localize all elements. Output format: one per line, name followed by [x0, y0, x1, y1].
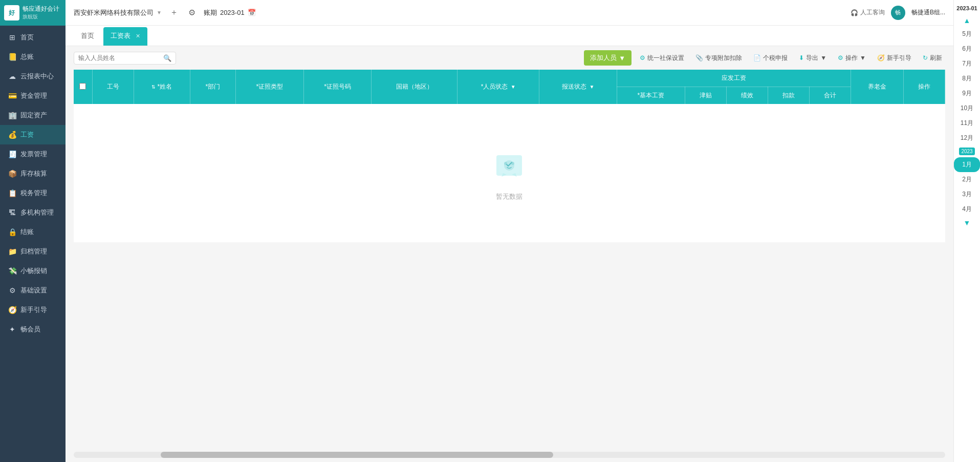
settings-button[interactable]: ⚙: [186, 6, 198, 19]
tax-icon: 📋: [8, 189, 16, 197]
guide-icon: 🧭: [8, 306, 16, 314]
tab-bar: 首页 工资表 ✕: [66, 26, 953, 46]
month-2022-07[interactable]: 7月: [954, 56, 980, 71]
person-status-filter-icon[interactable]: ▼: [511, 84, 516, 90]
user-name: 畅捷通B组...: [911, 8, 945, 17]
th-id-type: *证照类型: [236, 70, 304, 104]
invoice-icon: 🧾: [8, 150, 16, 158]
expense-icon: 💸: [8, 267, 16, 275]
empty-icon: [489, 145, 530, 186]
table-wrapper: 工号 ⇅ *姓名 *部门 *证照类型 *证照号码: [66, 70, 953, 452]
archive-icon: 📁: [8, 247, 16, 256]
period-calendar-icon[interactable]: 📅: [248, 9, 256, 16]
th-employee-no: 工号: [92, 70, 134, 104]
cloud-icon: ☁: [8, 72, 16, 80]
sidebar-logo: 好 畅应通好会计 旗舰版: [0, 0, 66, 26]
sidebar-item-multi-org[interactable]: 🏗 多机构管理: [0, 203, 66, 222]
month-2022-11[interactable]: 11月: [954, 116, 980, 131]
service-button[interactable]: 🎧 人工客询: [851, 8, 885, 17]
add-company-button[interactable]: ＋: [168, 5, 180, 20]
tab-home[interactable]: 首页: [74, 27, 101, 46]
select-all-checkbox[interactable]: [79, 83, 86, 90]
table-header-row1: 工号 ⇅ *姓名 *部门 *证照类型 *证照号码: [74, 70, 945, 87]
sidebar-item-tax[interactable]: 📋 税务管理: [0, 183, 66, 203]
month-2023-01[interactable]: 1月: [954, 157, 980, 172]
th-id-number: *证照号码: [303, 70, 372, 104]
sidebar-item-guide[interactable]: 🧭 新手引导: [0, 300, 66, 320]
social-security-button[interactable]: ⚙ 统一社保设置: [637, 52, 687, 65]
refresh-button[interactable]: ↻ 刷新: [920, 52, 945, 65]
th-pension: 养老金: [851, 70, 904, 104]
special-deduction-button[interactable]: 📎 专项附加扣除: [692, 52, 745, 65]
company-name: 西安虾米网络科技有限公司: [74, 8, 154, 17]
new-guide-icon: 🧭: [877, 54, 885, 61]
month-2022-12[interactable]: 12月: [954, 131, 980, 145]
personal-tax-button[interactable]: 📄 个税申报: [750, 52, 791, 65]
th-operations: 操作: [903, 70, 945, 104]
th-department: *部门: [190, 70, 236, 104]
search-wrapper: 🔍: [74, 52, 176, 65]
th-report-status: 报送状态 ▼: [539, 70, 617, 104]
month-2022-09[interactable]: 9月: [954, 86, 980, 101]
headset-icon: 🎧: [851, 9, 858, 16]
sidebar-item-close-accounts[interactable]: 🔒 结账: [0, 222, 66, 242]
tab-salary-table[interactable]: 工资表 ✕: [103, 27, 147, 46]
home-icon: ⊞: [8, 33, 16, 41]
sidebar-item-cloud-report[interactable]: ☁ 云报表中心: [0, 67, 66, 86]
th-allowance: 津贴: [685, 87, 726, 104]
sidebar-item-home[interactable]: ⊞ 首页: [0, 28, 66, 47]
sidebar-item-member[interactable]: ✦ 畅会员: [0, 320, 66, 339]
operations-button[interactable]: ⚙ 操作 ▼: [835, 52, 869, 65]
scrollbar-thumb: [161, 452, 553, 458]
th-deduction: 扣款: [768, 87, 809, 104]
special-deduction-icon: 📎: [695, 54, 703, 61]
user-avatar[interactable]: 畅: [891, 6, 905, 20]
period-value: 2023-01: [220, 9, 245, 16]
new-guide-button[interactable]: 🧭 新手引导: [874, 52, 914, 65]
month-2023-04[interactable]: 4月: [954, 202, 980, 217]
empty-state-row: 暂无数据: [74, 104, 945, 242]
sidebar: 好 畅应通好会计 旗舰版 ⊞ 首页 📒 总账 ☁ 云报表中心 💳 资金管理 🏢 …: [0, 0, 66, 462]
sidebar-item-fund[interactable]: 💳 资金管理: [0, 86, 66, 106]
export-dropdown-icon: ▼: [820, 54, 826, 61]
multi-org-icon: 🏗: [8, 208, 16, 217]
month-2022-08[interactable]: 8月: [954, 71, 980, 86]
inventory-icon: 📦: [8, 170, 16, 178]
toolbar: 🔍 添加人员 ▼ ⚙ 统一社保设置 📎 专项附加扣除 📄 个税申报: [66, 46, 953, 70]
right-panel-header: 2023-01: [954, 2, 979, 14]
empty-state: 暂无数据: [74, 104, 945, 242]
month-2023-02[interactable]: 2月: [954, 172, 980, 187]
sidebar-item-settings[interactable]: ⚙ 基础设置: [0, 281, 66, 300]
th-performance: 绩效: [726, 87, 768, 104]
search-icon: 🔍: [163, 54, 171, 62]
sort-icon: ⇅: [151, 85, 156, 90]
panel-up-arrow[interactable]: ▲: [962, 14, 973, 27]
panel-down-arrow[interactable]: ▼: [962, 217, 973, 229]
sidebar-item-expense[interactable]: 💸 小畅报销: [0, 261, 66, 281]
fixed-asset-icon: 🏢: [8, 111, 16, 119]
export-button[interactable]: ⬇ 导出 ▼: [796, 52, 830, 65]
toolbar-right: 添加人员 ▼ ⚙ 统一社保设置 📎 专项附加扣除 📄 个税申报 ⬇ 导出: [584, 50, 945, 66]
month-2022-06[interactable]: 6月: [954, 41, 980, 56]
sidebar-item-invoice[interactable]: 🧾 发票管理: [0, 144, 66, 164]
table-body: 暂无数据: [74, 104, 945, 242]
topbar-right: 🎧 人工客询 畅 畅捷通B组...: [851, 6, 945, 20]
logo-text: 畅应通好会计 旗舰版: [23, 5, 59, 20]
right-panel: 2023-01 ▲ 5月 6月 7月 8月 9月 10月 11月 12月 202…: [953, 0, 980, 462]
sidebar-item-inventory[interactable]: 📦 库存核算: [0, 164, 66, 183]
search-input[interactable]: [78, 54, 160, 61]
sidebar-item-ledger[interactable]: 📒 总账: [0, 47, 66, 67]
fund-icon: 💳: [8, 92, 16, 100]
month-2023-03[interactable]: 3月: [954, 187, 980, 202]
add-person-button[interactable]: 添加人员 ▼: [584, 50, 631, 66]
tab-close-icon[interactable]: ✕: [136, 33, 140, 39]
report-status-filter-icon[interactable]: ▼: [589, 84, 594, 90]
sidebar-item-salary[interactable]: 💰 工资: [0, 125, 66, 144]
sidebar-item-archive[interactable]: 📁 归档管理: [0, 242, 66, 261]
month-2022-10[interactable]: 10月: [954, 101, 980, 116]
table-horizontal-scrollbar[interactable]: [74, 452, 945, 458]
sidebar-item-fixed-asset[interactable]: 🏢 固定资产: [0, 106, 66, 125]
salary-table: 工号 ⇅ *姓名 *部门 *证照类型 *证照号码: [74, 70, 945, 242]
month-2022-05[interactable]: 5月: [954, 27, 980, 41]
company-selector[interactable]: 西安虾米网络科技有限公司 ▼: [74, 8, 162, 17]
